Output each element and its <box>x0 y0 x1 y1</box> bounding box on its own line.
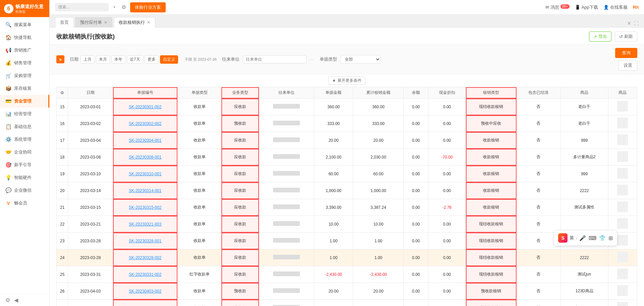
tab-receipt[interactable]: 收款核销执行 ✕ <box>114 17 155 27</box>
cell-date: 2023-03-01 <box>68 99 113 115</box>
topbar-user[interactable]: Rit <box>633 5 639 10</box>
sidebar-settings-icon[interactable]: ⚙ <box>5 297 10 303</box>
export-button[interactable]: ↗ 导出 <box>589 32 611 42</box>
bill-no-link[interactable]: SK-20230328-001 <box>129 239 161 243</box>
grid-icon[interactable]: ⊞ <box>608 235 613 241</box>
sidebar-item-inventory[interactable]: 📦 库存核算 <box>0 82 49 95</box>
bill-no-link[interactable]: SK-20230315-002 <box>129 205 161 210</box>
tab-home-label: 首页 <box>60 19 69 25</box>
filter-date-this-year[interactable]: 本年 <box>111 55 125 64</box>
cell-discount: 0.00 <box>428 182 466 199</box>
tab-receipt-close[interactable]: ✕ <box>147 20 150 25</box>
filter-counterparty-input[interactable] <box>243 55 307 63</box>
cell-balance: 0.00 <box>404 199 428 216</box>
sidebar-item-wechat[interactable]: 💬 企业微信 <box>0 184 49 197</box>
sidebar-item-search[interactable]: 🔍 搜索菜单 <box>0 18 49 31</box>
bill-no-link[interactable]: SK-20230403-002 <box>129 289 161 294</box>
topbar-online-service[interactable]: 👤 在线客服 <box>603 4 628 10</box>
filter-toggle-button[interactable]: » <box>56 55 64 63</box>
sidebar-collapse-icon[interactable]: ◀ <box>14 297 18 303</box>
sidebar-item-management[interactable]: 📊 经营管理 <box>0 108 49 120</box>
filter-date-more[interactable]: 更多 <box>145 55 159 64</box>
system-icon: ⚙️ <box>5 136 11 142</box>
query-button[interactable]: 查询 <box>615 48 637 58</box>
bill-no-link[interactable]: SK-20230301-002 <box>129 105 161 109</box>
filter-date-this-month[interactable]: 本月 <box>96 55 110 64</box>
sidebar-item-hardware[interactable]: 💡 智能硬件 <box>0 171 49 184</box>
cell-no: 21 <box>57 199 68 216</box>
cell-writeoff-type: 现结收款核销 <box>466 233 517 249</box>
topbar-message[interactable]: ✉ 消息 99+ <box>545 4 570 10</box>
bill-no-link[interactable]: SK-20230321-003 <box>129 222 161 227</box>
tab-maximize-icon[interactable]: ⛶ <box>634 21 639 26</box>
sidebar-item-member[interactable]: V 畅会员 <box>0 197 49 209</box>
sidebar-item-system[interactable]: ⚙️ 系统管理 <box>0 133 49 146</box>
tab-prepay-close[interactable]: ✕ <box>104 20 107 25</box>
mic-icon[interactable]: 🎤 <box>579 235 586 241</box>
table-row: 23 2023-03-28 SK-20230328-001 收款单 应收款 1.… <box>57 233 637 249</box>
sidebar-item-marketing[interactable]: 📢 营销推广 <box>0 44 49 57</box>
table-scroll[interactable]: ⚙ 日期 单据编号 单据类型 业务类型 往来单位 单据金额 累计核销金额 余额 … <box>56 87 637 306</box>
bill-no-link[interactable]: SK-20230328-002 <box>129 255 161 260</box>
filter-date-7days[interactable]: 近7天 <box>127 55 143 64</box>
cell-counterparty <box>259 149 314 166</box>
cell-date: 2023-03-28 <box>68 249 113 266</box>
filter-date-custom[interactable]: 自定义 <box>160 55 178 64</box>
trial-button[interactable]: 体验行业方案 <box>130 2 166 12</box>
topbar-dropdown-arrow: ▼ <box>113 5 116 9</box>
sidebar-item-basic[interactable]: 📋 基础信息 <box>0 120 49 133</box>
th-product2: 商品 <box>608 87 637 99</box>
sidebar-item-purchase[interactable]: 🛒 采购管理 <box>0 69 49 82</box>
keyboard-icon[interactable]: ⌨ <box>589 235 596 241</box>
table-row: 27 2023-04-08 SK-20230408-001 收款单 应收款 10… <box>57 300 637 306</box>
th-amount: 单据金额 <box>314 87 353 99</box>
th-settings[interactable]: ⚙ <box>57 87 68 99</box>
tab-prepay[interactable]: 预付应付单 ✕ <box>75 17 112 27</box>
message-icon: ✉ <box>545 5 549 10</box>
product-image <box>617 201 628 212</box>
main-content: 搜索... ▼ ⚙ 体验行业方案 ✉ 消息 99+ 📱 App下载 👤 在线客服… <box>50 0 644 306</box>
filter-dots: ··· <box>309 57 314 62</box>
page-title: 收款核销执行(按收款) <box>56 33 115 41</box>
sidebar-item-label: 资金管理 <box>14 98 32 104</box>
topbar-search-box[interactable]: 搜索... <box>55 3 109 11</box>
bill-no-link[interactable]: SK-20230310-001 <box>129 172 161 176</box>
sidebar-item-sales[interactable]: 💰 销售管理 <box>0 57 49 69</box>
topbar-app-download[interactable]: 📱 App下载 <box>575 4 598 10</box>
cell-bill-no: SK-20230321-003 <box>113 216 177 233</box>
th-writeoff-amount: 累计核销金额 <box>353 87 404 99</box>
bill-no-link[interactable]: SK-20230302-002 <box>129 121 161 126</box>
cell-writeoff-amount: 20.00 <box>353 132 404 149</box>
cell-discount: 0.00 <box>428 216 466 233</box>
cell-writeoff-amount: 3,387.24 <box>353 199 404 216</box>
filter-date-last-month[interactable]: 上月 <box>80 55 95 64</box>
refresh-button[interactable]: ↺ 刷新 <box>615 32 637 42</box>
sidebar-item-finance[interactable]: 💳 资金管理 <box>0 95 49 108</box>
filter-bill-type-select[interactable]: 全部 收款单 红字收款单 <box>340 55 381 64</box>
bill-no-link[interactable]: SK-20230304-001 <box>129 138 161 143</box>
sidebar-item-shortcut[interactable]: 🏠 快捷导航 <box>0 31 49 44</box>
tab-close-all-icon[interactable]: ✕ <box>627 20 631 26</box>
cell-biz-type: 应收款 <box>221 132 259 149</box>
tab-home[interactable]: 首页 <box>55 17 74 27</box>
cell-writeoff-amount: 20.00 <box>353 283 404 300</box>
cell-writeoff-type: 收款核销 <box>466 132 517 149</box>
bill-no-link[interactable]: SK-20230331-002 <box>129 272 161 277</box>
cell-included: 否 <box>517 182 560 199</box>
bill-no-link[interactable]: SK-20230314-001 <box>129 188 161 193</box>
cell-counterparty <box>259 199 314 216</box>
export-icon: ↗ <box>593 34 597 39</box>
cell-writeoff-type: 预收中应收 <box>466 115 517 132</box>
sidebar-item-label: 销售管理 <box>14 60 32 66</box>
expand-conditions-button[interactable]: ▼ 展开更多条件 <box>328 76 365 85</box>
topbar-gear-icon[interactable]: ⚙ <box>121 4 126 10</box>
service-icon: 👤 <box>603 5 609 10</box>
page-actions: ↗ 导出 ↺ 刷新 <box>589 32 637 42</box>
cell-writeoff-type: 收款核销 <box>466 149 517 166</box>
sidebar-item-guide[interactable]: 🎯 新手引导 <box>0 159 49 171</box>
shirt-icon[interactable]: 👕 <box>599 235 606 241</box>
setting-button[interactable]: 设置 <box>619 60 637 71</box>
bill-no-link[interactable]: SK-20230308-001 <box>129 155 161 160</box>
cell-product2 <box>608 182 637 199</box>
sidebar-item-enterprise[interactable]: 🤝 企业协同 <box>0 146 49 159</box>
